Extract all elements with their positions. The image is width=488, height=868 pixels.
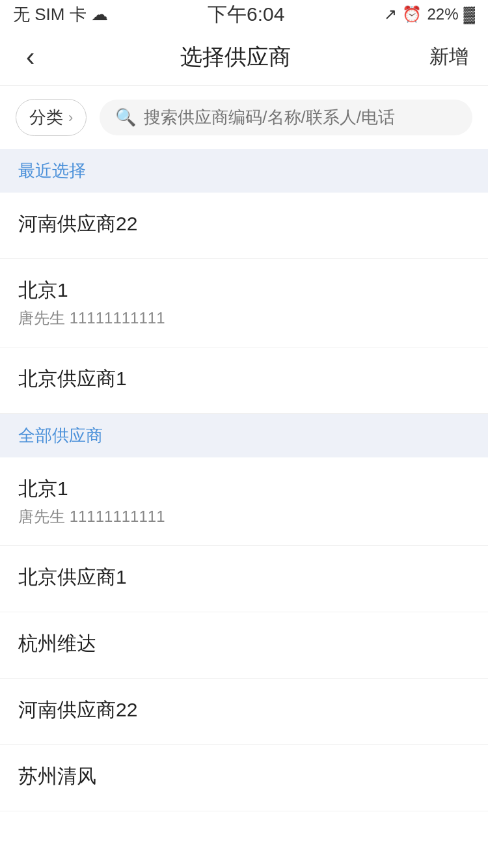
item-name: 杭州维达 xyxy=(18,631,470,657)
item-name: 河南供应商22 xyxy=(18,211,470,237)
nav-bar: ‹ 选择供应商 新增 xyxy=(0,29,488,86)
page-title: 选择供应商 xyxy=(180,42,291,72)
battery-level: 22% xyxy=(427,5,458,23)
item-sub: 唐先生 11111111111 xyxy=(18,506,470,527)
status-bar: 无 SIM 卡 ☁ 下午6:04 ↗ ⏰ 22% ▓ xyxy=(0,0,488,29)
status-time: 下午6:04 xyxy=(208,1,284,28)
all-section-header: 全部供应商 xyxy=(0,414,488,457)
list-item[interactable]: 苏州清风 xyxy=(0,745,488,811)
category-label: 分类 xyxy=(29,106,63,129)
list-item[interactable]: 河南供应商22 xyxy=(0,193,488,259)
filter-bar: 分类 › 🔍 xyxy=(0,86,488,149)
recent-section-header: 最近选择 xyxy=(0,149,488,193)
add-button[interactable]: 新增 xyxy=(429,44,468,70)
all-items-list: 北京1唐先生 11111111111北京供应商1杭州维达河南供应商22苏州清风 xyxy=(0,457,488,811)
search-box[interactable]: 🔍 xyxy=(100,100,472,135)
recent-items-list: 河南供应商22北京1唐先生 11111111111北京供应商1 xyxy=(0,193,488,414)
item-name: 河南供应商22 xyxy=(18,697,470,724)
item-name: 苏州清风 xyxy=(18,763,470,790)
list-item[interactable]: 北京1唐先生 11111111111 xyxy=(0,259,488,347)
chevron-right-icon: › xyxy=(68,109,73,126)
list-item[interactable]: 杭州维达 xyxy=(0,612,488,679)
alarm-icon: ⏰ xyxy=(402,5,422,23)
item-name: 北京1 xyxy=(18,277,470,304)
item-sub: 唐先生 11111111111 xyxy=(18,308,470,329)
search-input[interactable] xyxy=(144,107,457,128)
status-left: 无 SIM 卡 ☁ xyxy=(13,3,108,26)
item-name: 北京供应商1 xyxy=(18,366,470,392)
list-item[interactable]: 北京供应商1 xyxy=(0,347,488,414)
list-item[interactable]: 河南供应商22 xyxy=(0,679,488,745)
battery-icon: ▓ xyxy=(464,5,476,23)
item-name: 北京供应商1 xyxy=(18,564,470,591)
list-item[interactable]: 北京供应商1 xyxy=(0,546,488,612)
status-right: ↗ ⏰ 22% ▓ xyxy=(384,5,475,23)
list-item[interactable]: 北京1唐先生 11111111111 xyxy=(0,457,488,546)
back-button[interactable]: ‹ xyxy=(20,36,41,78)
category-button[interactable]: 分类 › xyxy=(16,99,87,136)
sim-status: 无 SIM 卡 ☁ xyxy=(13,3,108,26)
search-icon: 🔍 xyxy=(115,107,136,128)
location-icon: ↗ xyxy=(384,5,397,23)
item-name: 北京1 xyxy=(18,476,470,502)
